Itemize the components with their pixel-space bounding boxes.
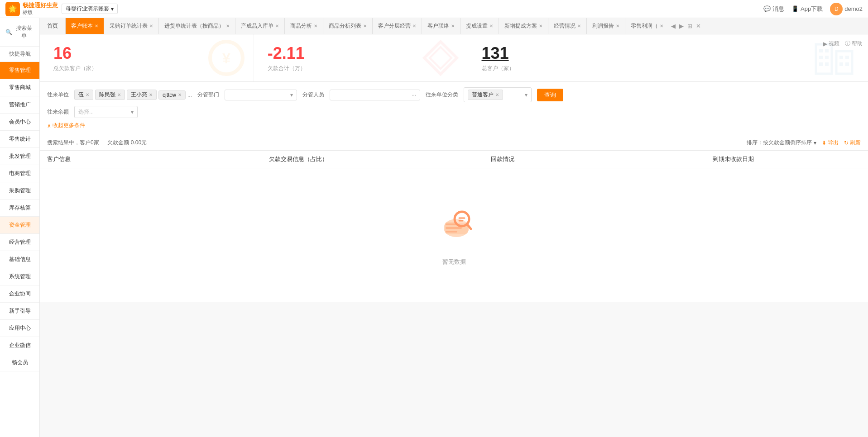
tab-next-button[interactable]: ▶ xyxy=(677,23,686,29)
sort-button[interactable]: 排序：按欠款金额倒序排序 ▾ xyxy=(747,139,816,147)
tab-customer-contact[interactable]: 客户联络 ✕ xyxy=(422,18,460,34)
tab-customer-capital[interactable]: 客户账本 ✕ xyxy=(66,18,104,34)
svg-rect-10 xyxy=(819,62,823,66)
tab-retail-profit[interactable]: 零售利润（ ✕ xyxy=(625,18,669,34)
tab-customer-tier[interactable]: 客户分层经营 ✕ xyxy=(373,18,422,34)
tab-profit-report[interactable]: 利润报告 ✕ xyxy=(587,18,625,34)
unit-filter-label: 往来单位 xyxy=(47,91,69,99)
svg-rect-6 xyxy=(819,49,823,52)
unit-tag-wu[interactable]: 伍 ✕ xyxy=(74,90,93,100)
export-button[interactable]: ⬇ 导出 xyxy=(822,139,839,147)
filter-row-1: 往来单位 伍 ✕ 陈民强 ✕ 王小亮 ✕ xyxy=(47,87,861,102)
user-avatar[interactable]: D demo2 xyxy=(830,3,863,15)
department-select[interactable]: ▾ xyxy=(225,90,297,100)
stat-card-total-customers: 131 总客户（家） ▶ 视频 ⓘ 帮助 xyxy=(468,34,868,81)
stat-card-debit-customers: ¥ 16 总欠款客户（家） xyxy=(40,34,254,81)
tab-close-icon[interactable]: ✕ xyxy=(660,24,663,28)
tab-new-raise-plan[interactable]: 新增提成方案 ✕ xyxy=(499,18,548,34)
department-label: 分管部门 xyxy=(197,91,219,99)
stat-debt-amount-value: -2.11 xyxy=(268,43,305,63)
search-icon: 🔍 xyxy=(5,29,12,35)
sidebar-item-retail-mall[interactable]: 零售商城 xyxy=(0,79,39,96)
tab-expand-button[interactable]: ⊞ xyxy=(686,23,694,29)
results-info: 搜索结果中，客户0家 欠款金额 0.00元 xyxy=(47,139,147,147)
remove-icon[interactable]: ✕ xyxy=(117,92,121,97)
top-bar-right: 💬 消息 📱 App下载 D demo2 xyxy=(763,3,863,15)
tab-close-icon[interactable]: ✕ xyxy=(363,24,367,28)
sidebar-item-vip-member[interactable]: 畅会员 xyxy=(0,354,39,371)
quick-nav-button[interactable]: 快捷导航 xyxy=(0,47,39,62)
tab-bar: 首页 客户账本 ✕ 采购订单统计表 ✕ 进货单统计表（按商品） ✕ 产成品入库单… xyxy=(40,18,868,34)
tab-close-all-button[interactable]: ✕ xyxy=(694,23,703,29)
sidebar-search: 🔍 搜索菜单 xyxy=(0,18,39,47)
unit-tag-cjttcw[interactable]: cjttcw ✕ xyxy=(158,90,186,100)
chevron-up-icon: ∧ xyxy=(47,123,51,129)
help-button[interactable]: ⓘ 帮助 xyxy=(845,40,863,48)
more-icon: ··· xyxy=(412,92,416,98)
tab-close-icon[interactable]: ✕ xyxy=(314,24,317,28)
remove-icon[interactable]: ✕ xyxy=(149,92,153,97)
tab-close-icon[interactable]: ✕ xyxy=(226,24,230,28)
tab-close-icon[interactable]: ✕ xyxy=(489,24,493,28)
sidebar-item-membership[interactable]: 会员中心 xyxy=(0,114,39,131)
sidebar-item-marketing[interactable]: 营销推广 xyxy=(0,96,39,114)
sidebar-item-enterprise-coop[interactable]: 企业协同 xyxy=(0,285,39,303)
remove-icon[interactable]: ✕ xyxy=(495,92,499,97)
search-menu-button[interactable]: 🔍 搜索菜单 xyxy=(4,23,36,42)
tab-prev-button[interactable]: ◀ xyxy=(669,23,677,29)
tab-home[interactable]: 首页 xyxy=(40,18,66,34)
stat-total-customers-value[interactable]: 131 xyxy=(482,43,509,63)
sidebar-item-enterprise-wechat[interactable]: 企业微信 xyxy=(0,337,39,354)
unit-category-select[interactable]: 普通客户 ✕ ▾ xyxy=(464,87,532,102)
tab-inbound-stats[interactable]: 进货单统计表（按商品） ✕ xyxy=(159,18,235,34)
tab-raise-settings[interactable]: 提成设置 ✕ xyxy=(460,18,499,34)
account-selector[interactable]: 母婴行业演示账套 ▾ xyxy=(62,4,118,14)
sidebar-item-app-center[interactable]: 应用中心 xyxy=(0,320,39,337)
table-header: 客户信息 欠款交易信息（占比） 回款情况 到期未收款日期 xyxy=(40,151,868,168)
tab-close-icon[interactable]: ✕ xyxy=(149,24,153,28)
filter-row-2: 往来余额 选择... ▾ xyxy=(47,106,861,118)
more-tags-button[interactable]: ... xyxy=(187,92,192,98)
sidebar-item-ecommerce-mgmt[interactable]: 电商管理 xyxy=(0,165,39,182)
unit-tag-wang[interactable]: 王小亮 ✕ xyxy=(127,90,157,100)
tab-purchase-order[interactable]: 采购订单统计表 ✕ xyxy=(104,18,159,34)
tab-close-icon[interactable]: ✕ xyxy=(539,24,542,28)
svg-rect-12 xyxy=(839,56,843,59)
sidebar-item-wholesale-mgmt[interactable]: 批发管理 xyxy=(0,148,39,165)
sidebar-item-new-guide[interactable]: 新手引导 xyxy=(0,303,39,320)
tab-operation-status[interactable]: 经营情况 ✕ xyxy=(548,18,587,34)
tab-close-icon[interactable]: ✕ xyxy=(577,24,581,28)
tab-close-icon[interactable]: ✕ xyxy=(412,24,416,28)
search-button[interactable]: 查询 xyxy=(537,89,563,101)
sidebar-item-operation-mgmt[interactable]: 经营管理 xyxy=(0,234,39,251)
balance-select[interactable]: 选择... ▾ xyxy=(74,106,138,118)
unit-tag-chen[interactable]: 陈民强 ✕ xyxy=(95,90,125,100)
video-button[interactable]: ▶ 视频 xyxy=(823,40,839,48)
tab-product-inbound[interactable]: 产成品入库单 ✕ xyxy=(235,18,285,34)
tab-close-icon[interactable]: ✕ xyxy=(616,24,619,28)
tab-close-icon[interactable]: ✕ xyxy=(451,24,455,28)
sidebar-item-system-mgmt[interactable]: 系统管理 xyxy=(0,268,39,285)
sidebar-item-basic-info[interactable]: 基础信息 xyxy=(0,251,39,268)
sidebar-item-retail-stats[interactable]: 零售统计 xyxy=(0,131,39,148)
sidebar-item-capital-mgmt[interactable]: 资金管理 xyxy=(0,217,39,234)
tab-close-icon[interactable]: ✕ xyxy=(275,24,279,28)
svg-rect-9 xyxy=(825,56,829,59)
refresh-button[interactable]: ↻ 刷新 xyxy=(844,139,861,147)
logo-text: 畅捷通好生意 标版 xyxy=(23,2,58,16)
tab-product-analysis-list[interactable]: 商品分析列表 ✕ xyxy=(323,18,373,34)
remove-icon[interactable]: ✕ xyxy=(86,92,89,97)
sidebar-item-purchase-mgmt[interactable]: 采购管理 xyxy=(0,182,39,200)
sidebar-item-retail-mgmt[interactable]: 零售管理 xyxy=(0,62,39,79)
tab-close-icon[interactable]: ✕ xyxy=(95,24,98,28)
unit-category-tag[interactable]: 普通客户 ✕ xyxy=(468,90,503,100)
app-download-button[interactable]: 📱 App下载 xyxy=(791,5,823,13)
data-table: 客户信息 欠款交易信息（占比） 回款情况 到期未收款日期 xyxy=(40,151,868,302)
remove-icon[interactable]: ✕ xyxy=(178,92,182,97)
tab-product-analysis[interactable]: 商品分析 ✕ xyxy=(285,18,323,34)
manager-select[interactable]: ··· xyxy=(330,90,420,100)
messages-button[interactable]: 💬 消息 xyxy=(763,5,784,13)
sidebar-item-inventory-check[interactable]: 库存核算 xyxy=(0,200,39,217)
chevron-down-icon: ▾ xyxy=(290,92,293,98)
collapse-button[interactable]: ∧ 收起更多条件 xyxy=(47,122,861,129)
